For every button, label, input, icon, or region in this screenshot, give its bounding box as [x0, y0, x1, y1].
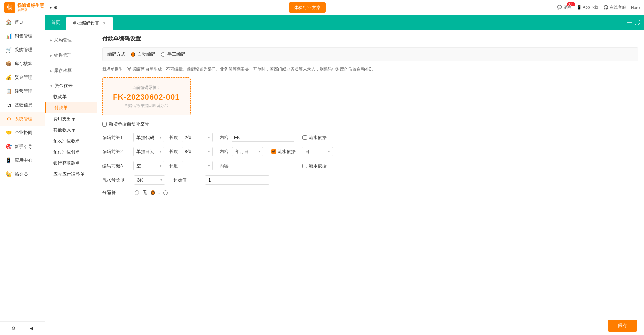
tab-coding[interactable]: 单据编码设置 ✕ [66, 17, 113, 30]
prefix3-select-wrap: 空 单据代码 单据日期 [133, 161, 164, 170]
message-icon: 💬 [557, 5, 562, 10]
manual-code-label[interactable]: 手工编码 [167, 51, 185, 57]
sidebar-settings-icon[interactable]: ⚙ [11, 326, 16, 331]
sec-item-prepaid-payable[interactable]: 预付冲应付单 [45, 147, 97, 158]
prefix1-length-label: 长度 [169, 134, 178, 141]
app-download-button[interactable]: 📱 App下载 [577, 4, 598, 10]
gear-icon[interactable]: ⚙ [54, 5, 58, 10]
sidebar-item-purchase[interactable]: 🛒 采购管理 [0, 43, 45, 57]
operations-icon: 📋 [6, 88, 12, 94]
prefix1-serial-checkbox[interactable] [302, 135, 307, 140]
sidebar-item-appcenter[interactable]: 📱 应用中心 [0, 153, 45, 167]
sidebar-label-sales: 销售管理 [15, 33, 32, 39]
prefix2-serial-checkbox[interactable] [271, 149, 276, 154]
coding-method-label: 编码方式 [107, 51, 125, 57]
sec-item-payment[interactable]: 付款单 [45, 102, 97, 113]
tab-coding-label: 单据编码设置 [73, 20, 99, 26]
sec-item-receipt[interactable]: 收款单 [45, 91, 97, 102]
tab-bar: 首页 单据编码设置 ✕ — ⛶ [45, 15, 644, 30]
tab-minimize-icon[interactable]: — [627, 19, 632, 26]
sec-item-expense[interactable]: 费用支出单 [45, 113, 97, 124]
auto-code-radio[interactable] [131, 52, 135, 57]
sidebar-collapse-icon[interactable]: ◀ [30, 326, 33, 331]
code-preview-value: FK-20230602-001 [113, 93, 180, 102]
separator-none-radio[interactable] [135, 190, 139, 195]
prefix1-length-select[interactable]: 2位 3位 4位 [182, 133, 213, 142]
sidebar-item-system[interactable]: ⚙ 系统管理 [0, 112, 45, 126]
user-avatar[interactable]: Nare [631, 5, 640, 10]
auto-fill-checkbox[interactable] [102, 122, 107, 127]
sidebar-bottom: ⚙ ◀ [0, 321, 45, 335]
prefix1-content-input[interactable] [232, 133, 294, 142]
prefix3-serial-checkbox[interactable] [302, 164, 307, 168]
inventory-icon: 📦 [6, 61, 12, 67]
sidebar-item-inventory[interactable]: 📦 库存核算 [0, 57, 45, 71]
prefix3-length-select[interactable] [182, 161, 213, 170]
appcenter-icon: 📱 [6, 157, 12, 164]
separator-dot-radio[interactable] [163, 190, 168, 195]
tab-bar-actions: — ⛶ [627, 19, 644, 26]
sidebar-label-purchase: 采购管理 [15, 47, 32, 53]
sidebar-item-member[interactable]: 👑 畅会员 [0, 167, 45, 181]
prefix3-content-label: 内容 [220, 163, 229, 169]
sec-group-sales: ▶ 销售管理 [45, 48, 97, 63]
sidebar-item-finance[interactable]: 💰 资金管理 [0, 71, 45, 84]
sec-item-bank-deposit[interactable]: 银行存取款单 [45, 158, 97, 169]
separator-dash-radio[interactable] [151, 190, 155, 195]
nav-dropdown[interactable]: ▾ ⚙ [50, 5, 58, 10]
prefix1-length-select-wrap: 2位 3位 4位 [182, 133, 213, 142]
prefix1-select[interactable]: 单据代码 空 部门 业务员 [133, 133, 164, 142]
sidebar-label-appcenter: 应用中心 [15, 157, 32, 164]
tab-home[interactable]: 首页 [45, 15, 66, 30]
separator-dash-label[interactable]: - [158, 190, 160, 195]
prefix1-row: 编码前缀1 单据代码 空 部门 业务员 长度 2 [102, 133, 638, 142]
sidebar-item-operations[interactable]: 📋 经营管理 [0, 84, 45, 98]
prefix2-content-select[interactable]: 年月日 年月 年 [232, 147, 263, 156]
separator-label: 分隔符 [102, 189, 130, 196]
chevron-right-icon3: ▶ [50, 69, 52, 73]
tab-maximize-icon[interactable]: ⛶ [634, 19, 640, 26]
prefix3-select[interactable]: 空 单据代码 单据日期 [133, 161, 164, 170]
sec-item-other-income[interactable]: 其他收入单 [45, 124, 97, 136]
prefix2-length-select[interactable]: 8位 4位 6位 [182, 147, 213, 156]
app-icon: 📱 [577, 5, 582, 10]
finance-icon: 💰 [6, 74, 12, 81]
prefix1-serial-label: 流水依据 [309, 134, 327, 141]
sec-item-prepaid-receivable[interactable]: 预收冲应收单 [45, 136, 97, 147]
separator-radio-group: 无 - . [135, 189, 173, 196]
main-layout: 🏠 首页 📊 销售管理 🛒 采购管理 📦 库存核算 💰 资金管理 📋 经营管理 … [0, 0, 644, 335]
basic-icon: 🗂 [6, 102, 12, 108]
code-preview-sub: 单据代码-单据日期-流水号 [113, 103, 180, 108]
industry-button[interactable]: 体验行业方案 [289, 2, 326, 13]
auto-fill-label[interactable]: 新增单据自动补空号 [109, 121, 149, 127]
sidebar-item-guide[interactable]: 🎯 新手引导 [0, 140, 45, 153]
form-area: 付款单编码设置 编码方式 自动编码 手工编码 [97, 30, 644, 316]
logo-icon: 畅 [4, 2, 15, 13]
sec-item-payable-adjust[interactable]: 应收应付调整单 [45, 169, 97, 180]
prefix2-label: 编码前缀2 [102, 149, 130, 155]
sidebar-label-enterprise: 企业协同 [15, 130, 32, 136]
separator-dot-label[interactable]: . [171, 190, 173, 195]
sec-group-purchase-title[interactable]: ▶ 采购管理 [45, 35, 97, 46]
separator-none-label[interactable]: 无 [143, 189, 147, 196]
serial-length-select[interactable]: 3位 4位 5位 [134, 175, 165, 185]
sec-group-inventory-title[interactable]: ▶ 库存核算 [45, 65, 97, 76]
prefix2-content-select-wrap: 年月日 年月 年 [232, 147, 263, 156]
manual-code-radio[interactable] [161, 52, 165, 57]
chevron-right-icon: ▶ [50, 38, 52, 42]
online-service-button[interactable]: 🎧 在线客服 [603, 4, 626, 10]
auto-code-label[interactable]: 自动编码 [137, 51, 155, 57]
save-button[interactable]: 保存 [608, 320, 637, 332]
sidebar-item-enterprise[interactable]: 🤝 企业协同 [0, 126, 45, 140]
tab-coding-close[interactable]: ✕ [102, 21, 106, 26]
sidebar-item-basic[interactable]: 🗂 基础信息 [0, 98, 45, 112]
sidebar-item-sales[interactable]: 📊 销售管理 [0, 29, 45, 43]
serial-start-input[interactable] [205, 175, 269, 185]
sidebar-item-home[interactable]: 🏠 首页 [0, 15, 45, 29]
prefix2-select[interactable]: 单据日期 空 部门 [133, 147, 164, 156]
message-button[interactable]: 💬 消息 99+ [557, 4, 571, 10]
sec-group-capital-title[interactable]: ▼ 资金往来 [45, 80, 97, 91]
prefix3-content-input[interactable] [232, 162, 294, 170]
prefix2-day-select[interactable]: 日 月 年 [302, 147, 333, 156]
sec-group-sales-title[interactable]: ▶ 销售管理 [45, 50, 97, 61]
